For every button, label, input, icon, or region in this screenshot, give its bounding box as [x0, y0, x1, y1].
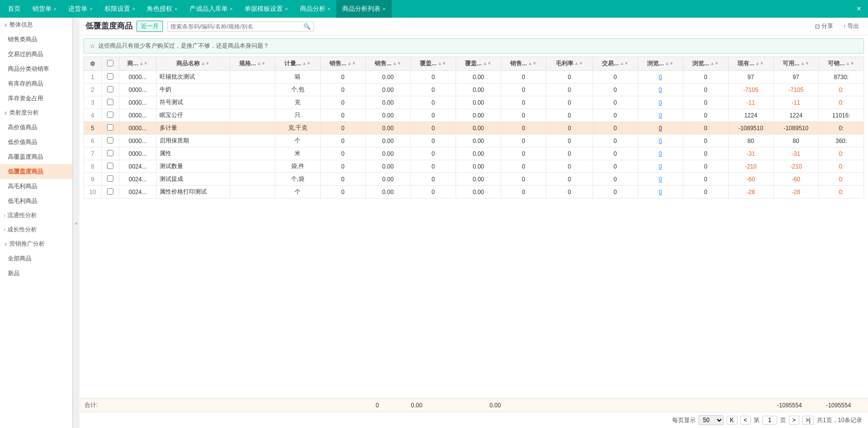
- row-browse1[interactable]: 0: [638, 84, 683, 96]
- row-browse1[interactable]: 0: [638, 135, 683, 147]
- sort-sales-amount-icon[interactable]: ▲▼: [392, 61, 401, 66]
- sidebar-item-低价值商品[interactable]: 低价值商品: [0, 135, 72, 149]
- sidebar-item-商品分类动销率[interactable]: 商品分类动销率: [0, 61, 72, 76]
- sidebar-item-高覆盖度商品[interactable]: 高覆盖度商品: [0, 149, 72, 164]
- share-button[interactable]: ⊡ 分享: [812, 21, 836, 31]
- search-icon[interactable]: 🔍: [303, 23, 311, 30]
- row-browse1[interactable]: 0: [638, 122, 683, 135]
- nav-close-icon[interactable]: ×: [285, 6, 288, 12]
- nav-item-单据模板设置[interactable]: 单据模板设置 ×: [239, 0, 294, 18]
- select-all-checkbox[interactable]: [107, 60, 113, 66]
- row-browse1[interactable]: 0: [638, 186, 683, 199]
- row-sales-order: 0: [501, 186, 546, 199]
- nav-item-产成品入库单[interactable]: 产成品入库单 ×: [184, 0, 239, 18]
- sidebar-section-营销推广分析[interactable]: ∨营销推广分析: [0, 237, 72, 251]
- sort-cover-rate-icon[interactable]: ▲▼: [483, 61, 491, 66]
- sidebar-item-全部商品[interactable]: 全部商品: [0, 251, 72, 266]
- row-unit: 米: [275, 147, 320, 160]
- row-num: 3: [84, 96, 102, 109]
- window-close-button[interactable]: ×: [852, 4, 866, 13]
- nav-item-首页[interactable]: 首页: [2, 0, 27, 18]
- export-button[interactable]: ↑ 导出: [840, 21, 862, 31]
- sort-unit-icon[interactable]: ▲▼: [302, 61, 311, 66]
- first-page-button[interactable]: K: [727, 416, 737, 425]
- sort-sales-order-icon[interactable]: ▲▼: [528, 61, 537, 66]
- nav-close-icon[interactable]: ×: [89, 6, 92, 12]
- nav-item-商品分析[interactable]: 商品分析 ×: [294, 0, 336, 18]
- sidebar-toggle-button[interactable]: «: [73, 18, 80, 428]
- row-saleable: 11016:: [818, 109, 864, 122]
- sort-browse1-icon[interactable]: ▲▼: [665, 61, 674, 66]
- sidebar-item-高价值商品[interactable]: 高价值商品: [0, 120, 72, 135]
- sidebar-section-整体信息[interactable]: ∨整体信息: [0, 18, 72, 32]
- row-checkbox[interactable]: [102, 173, 119, 186]
- sort-available-icon[interactable]: ▲▼: [800, 61, 809, 66]
- page-input[interactable]: [762, 416, 777, 425]
- nav-close-icon[interactable]: ×: [382, 6, 385, 12]
- row-checkbox[interactable]: [102, 109, 119, 122]
- sidebar-section-流通性分析[interactable]: ›流通性分析: [0, 208, 72, 223]
- table-row: 8 0024... 测试数量 袋,件 0 0.00 0 0.00 0 0 0 0…: [84, 160, 864, 173]
- row-browse1[interactable]: 0: [638, 147, 683, 160]
- sort-transact-icon[interactable]: ▲▼: [620, 61, 628, 66]
- row-checkbox[interactable]: [102, 71, 119, 84]
- row-browse1[interactable]: 0: [638, 173, 683, 186]
- nav-item-权限设置[interactable]: 权限设置 ×: [99, 0, 141, 18]
- nav-close-icon[interactable]: ×: [327, 6, 330, 12]
- sidebar-item-交易过的商品[interactable]: 交易过的商品: [0, 47, 72, 61]
- th-checkbox[interactable]: [102, 57, 119, 71]
- row-checkbox[interactable]: [102, 122, 119, 135]
- row-checkbox[interactable]: [102, 147, 119, 160]
- nav-item-商品分析列表[interactable]: 商品分析列表 ×: [336, 0, 391, 18]
- row-sales-count: 0: [320, 173, 365, 186]
- last-page-button[interactable]: >|: [802, 416, 814, 425]
- th-settings[interactable]: ⚙: [84, 57, 102, 71]
- sort-spec-icon[interactable]: ▲▼: [257, 61, 266, 66]
- row-checkbox[interactable]: [102, 96, 119, 109]
- row-browse1[interactable]: 0: [638, 71, 683, 84]
- filter-button[interactable]: 近一月: [136, 21, 163, 32]
- row-sales-count: 0: [320, 135, 365, 147]
- row-checkbox[interactable]: [102, 160, 119, 173]
- next-page-button[interactable]: >: [789, 416, 799, 425]
- sort-cover-count-icon[interactable]: ▲▼: [437, 61, 446, 66]
- row-current: -7105: [728, 84, 773, 96]
- nav-close-icon[interactable]: ×: [230, 6, 233, 12]
- sidebar-item-有库存的商品[interactable]: 有库存的商品: [0, 76, 72, 91]
- nav-item-进货单[interactable]: 进货单 ×: [62, 0, 98, 18]
- row-checkbox[interactable]: [102, 135, 119, 147]
- prev-page-button[interactable]: <: [740, 416, 751, 425]
- sort-saleable-icon[interactable]: ▲▼: [846, 61, 855, 66]
- per-page-select[interactable]: 50 20 100: [699, 415, 724, 425]
- row-browse1[interactable]: 0: [638, 109, 683, 122]
- row-browse1[interactable]: 0: [638, 160, 683, 173]
- search-box: 🔍: [167, 22, 314, 31]
- sort-browse2-icon[interactable]: ▲▼: [710, 61, 719, 66]
- sort-gross-margin-icon[interactable]: ▲▼: [574, 61, 583, 66]
- sort-code-icon[interactable]: ▲▼: [139, 61, 148, 66]
- row-checkbox[interactable]: [102, 186, 119, 199]
- sidebar-item-库存资金占用[interactable]: 库存资金占用: [0, 91, 72, 106]
- nav-close-icon[interactable]: ×: [54, 6, 56, 12]
- sort-sales-count-icon[interactable]: ▲▼: [347, 61, 356, 66]
- nav-item-销货单[interactable]: 销货单 ×: [27, 0, 62, 18]
- data-table-container[interactable]: ⚙ 商...▲▼ 商品名称▲▼ 规格...▲▼ 计量...▲▼ 销售...▲▼ …: [80, 57, 868, 398]
- nav-close-icon[interactable]: ×: [174, 6, 177, 12]
- sidebar-item-低覆盖度商品[interactable]: 低覆盖度商品: [0, 164, 72, 179]
- sidebar-section-成长性分析[interactable]: ›成长性分析: [0, 223, 72, 237]
- row-browse1[interactable]: 0: [638, 96, 683, 109]
- nav-close-icon[interactable]: ×: [132, 6, 135, 12]
- nav-item-角色授权[interactable]: 角色授权 ×: [141, 0, 183, 18]
- row-saleable: 8730:: [818, 71, 864, 84]
- sidebar-item-销售类商品[interactable]: 销售类商品: [0, 32, 72, 47]
- sort-name-icon[interactable]: ▲▼: [201, 61, 210, 66]
- sidebar-item-低毛利商品[interactable]: 低毛利商品: [0, 194, 72, 208]
- sort-current-icon[interactable]: ▲▼: [755, 61, 764, 66]
- sidebar-item-新品[interactable]: 新品: [0, 266, 72, 281]
- th-unit: 计量...▲▼: [275, 57, 320, 71]
- row-checkbox[interactable]: [102, 84, 119, 96]
- sidebar-item-高毛利商品[interactable]: 高毛利商品: [0, 179, 72, 194]
- sidebar-section-类射度分析[interactable]: ∨类射度分析: [0, 106, 72, 120]
- row-sales-order: 0: [501, 147, 546, 160]
- search-input[interactable]: [170, 23, 301, 30]
